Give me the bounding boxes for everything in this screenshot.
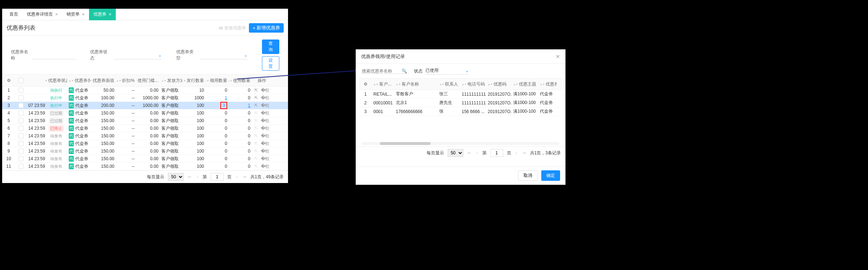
sort-icon[interactable]: ▲▼	[229, 80, 232, 82]
table-row[interactable]: 7 14 23:59 待发布 代代金券 150.00 -- 0.00 客户领取 …	[2, 132, 288, 140]
add-coupon-button[interactable]: + 新增优惠券	[249, 23, 284, 33]
sort-icon[interactable]: ▲▼	[182, 80, 186, 82]
status-badge: 待发布	[49, 163, 64, 170]
sort-icon[interactable]: ▲▼	[462, 83, 467, 85]
row-checkbox[interactable]	[18, 111, 24, 116]
close-icon[interactable]: ✕	[556, 54, 560, 59]
modal-status-select[interactable]: 已使用 ⌄	[425, 67, 469, 75]
main-panel: 首页优惠券详情页✕销货单✕优惠券✕ 优惠券列表 🎟 发放优惠券 + 新增优惠券 …	[2, 9, 288, 183]
table-row[interactable]: 6 14 23:59 已终止 代代金券 150.00 -- 0.00 客户领取 …	[2, 125, 288, 132]
sort-icon[interactable]: ▲▼	[206, 80, 209, 82]
sort-icon[interactable]: ▲▼	[439, 83, 444, 85]
sort-icon[interactable]: ▲▼	[373, 83, 378, 85]
qrcode-icon[interactable]: �較	[261, 87, 270, 94]
sort-icon[interactable]: ▲▼	[540, 83, 545, 85]
table-row[interactable]: 2 00010001 北京1 唐先生 11111111111 20191207O…	[359, 99, 562, 107]
row-checkbox[interactable]	[18, 118, 24, 123]
table-row[interactable]: 9 14 23:59 待发布 代代金券 150.00 -- 0.00 客户领取 …	[2, 148, 288, 155]
sort-icon[interactable]: ▲▼	[90, 80, 92, 82]
modal-per-page-select[interactable]: 50	[448, 149, 463, 157]
sort-icon[interactable]: ▲▼	[513, 83, 518, 85]
cancel-button[interactable]: 取消	[518, 170, 538, 181]
search-button[interactable]: 查询	[262, 40, 279, 54]
claim-count-highlight[interactable]: 3	[220, 102, 227, 109]
close-icon[interactable]: ✕	[109, 12, 111, 16]
row-checkbox[interactable]	[18, 164, 24, 169]
row-checkbox[interactable]	[18, 141, 24, 146]
table-row[interactable]: 4 14 23:59 已过期 代代金券 150.00 -- 0.00 客户领取 …	[2, 109, 288, 117]
chevron-down-icon: ⌄	[244, 53, 247, 58]
next-page-button[interactable]: ›	[235, 174, 238, 179]
last-page-button[interactable]: ⇥	[242, 174, 247, 179]
coupon-table: ⚙ ▲▼优惠券状态 ▲▼优惠券类型 ▲▼优惠券面值 ▲▼折扣% ▲▼使用门槛..…	[2, 74, 288, 170]
qrcode-icon[interactable]: �較	[261, 110, 270, 116]
qrcode-icon[interactable]: �較	[261, 141, 270, 147]
table-row[interactable]: 2 执行中 代代金券 100.00 -- 1000.00 客户领取 1000 1…	[2, 94, 288, 102]
table-row[interactable]: 5 14 23:59 已过期 代代金券 150.00 -- 0.00 客户领取 …	[2, 117, 288, 125]
qrcode-icon[interactable]: �較	[261, 163, 270, 170]
gear-icon[interactable]: ⚙	[364, 82, 368, 87]
first-page-button[interactable]: ⇤	[467, 150, 472, 155]
horizontal-scrollbar[interactable]	[362, 142, 559, 145]
qrcode-icon[interactable]: �較	[261, 156, 270, 162]
distribute-coupon-button[interactable]: 🎟 发放优惠券	[219, 25, 246, 31]
tab-优惠券[interactable]: 优惠券✕	[89, 9, 116, 20]
sort-icon[interactable]: ▲▼	[396, 83, 401, 85]
row-checkbox[interactable]	[18, 95, 24, 100]
tab-销货单[interactable]: 销货单✕	[62, 9, 89, 20]
row-checkbox[interactable]	[18, 156, 24, 161]
sort-icon[interactable]: ▲▼	[161, 80, 166, 82]
settings-button[interactable]: 设置	[262, 56, 279, 71]
qrcode-icon[interactable]: �較	[261, 118, 270, 124]
status-badge: 执行中	[49, 103, 64, 109]
share-icon[interactable]: ⇱	[254, 103, 258, 108]
search-icon[interactable]: 🔍	[402, 68, 407, 74]
share-icon[interactable]: ⇱	[254, 88, 258, 93]
modal-search-input[interactable]	[362, 68, 402, 74]
filter-status-select[interactable]: ⌄	[114, 51, 162, 59]
sort-icon[interactable]: ▲▼	[69, 80, 74, 82]
table-row[interactable]: 10 14 23:59 待发布 代代金券 150.00 -- 0.00 客户领取…	[2, 155, 288, 163]
table-row[interactable]: 3 0001 17666666666 张 156 6666 ... 201912…	[359, 107, 562, 116]
qrcode-icon[interactable]: �較	[261, 148, 270, 154]
last-page-button[interactable]: ⇥	[521, 150, 526, 155]
select-all-checkbox[interactable]	[18, 78, 24, 83]
tab-优惠券详情页[interactable]: 优惠券详情页✕	[22, 9, 62, 20]
sort-icon[interactable]: ▲▼	[488, 83, 493, 85]
row-checkbox[interactable]	[18, 133, 24, 138]
table-row[interactable]: 3 07 23:59 执行中 代代金券 200.00 -- 1000.00 客户…	[2, 102, 288, 109]
first-page-button[interactable]: ⇤	[187, 174, 192, 179]
per-page-select[interactable]: 50	[168, 173, 184, 181]
confirm-button[interactable]: 确定	[541, 170, 560, 181]
row-checkbox[interactable]	[18, 126, 24, 131]
table-row[interactable]: 1 待执行 代代金券 50.00 -- 0.00 客户领取 10 0 0 ⇱ �…	[2, 87, 288, 94]
sort-icon[interactable]: ▲▼	[136, 80, 137, 82]
qrcode-icon[interactable]: �較	[261, 95, 270, 101]
status-badge: 执行中	[49, 95, 64, 101]
use-count-link[interactable]: 1	[248, 103, 250, 108]
sort-icon[interactable]: ▲▼	[116, 80, 121, 82]
row-checkbox[interactable]	[18, 103, 24, 108]
table-row[interactable]: 11 14 23:59 待发布 代代金券 150.00 -- 0.00 客户领取…	[2, 163, 288, 170]
table-row[interactable]: 8 14 23:59 待发布 代代金券 150.00 -- 0.00 客户领取 …	[2, 140, 288, 148]
next-page-button[interactable]: ›	[515, 150, 518, 155]
row-checkbox[interactable]	[18, 88, 24, 93]
row-checkbox[interactable]	[18, 149, 24, 154]
page-input[interactable]	[211, 173, 224, 181]
close-icon[interactable]: ✕	[55, 12, 58, 16]
table-row[interactable]: 1 RETAIL... 零散客户 张三 11111111111 20191207…	[359, 90, 562, 99]
modal-page-input[interactable]	[490, 149, 503, 157]
qrcode-icon[interactable]: �較	[261, 125, 270, 132]
prev-page-button[interactable]: ‹	[196, 174, 199, 179]
filter-name-input[interactable]	[32, 51, 76, 59]
claim-count-link[interactable]: 1	[225, 95, 227, 100]
close-icon[interactable]: ✕	[82, 12, 85, 16]
share-icon[interactable]: ⇱	[254, 95, 258, 100]
tab-首页[interactable]: 首页	[5, 9, 22, 20]
gear-icon[interactable]: ⚙	[7, 78, 11, 83]
sort-icon[interactable]: ▲▼	[45, 80, 47, 82]
prev-page-button[interactable]: ‹	[476, 150, 479, 155]
filter-type-select[interactable]: ⌄	[200, 51, 248, 59]
qrcode-icon[interactable]: �較	[261, 133, 270, 139]
qrcode-icon[interactable]: �較	[261, 103, 270, 109]
